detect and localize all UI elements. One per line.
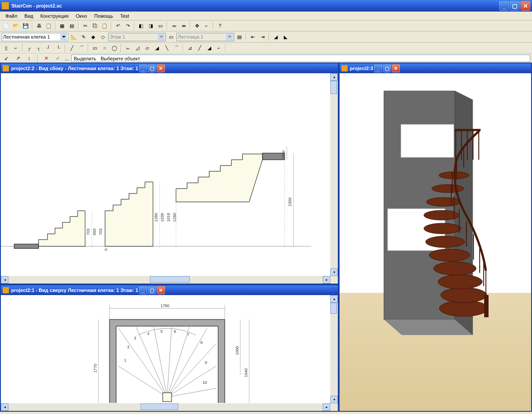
r3p-icon[interactable]: ⌐ [215, 43, 223, 52]
r2b-icon[interactable]: ✎ [79, 32, 88, 41]
scroll-down-icon[interactable]: ▾ [330, 396, 338, 403]
side-view-canvas[interactable]: 2350 22080 703 650 703 0 1280 1039 1018 … [1, 73, 338, 284]
r3a-icon[interactable]: ▯ [2, 43, 11, 52]
link-icon[interactable]: ⫘ [169, 21, 178, 30]
menu-view[interactable]: Вид [21, 12, 37, 20]
top-minimize-button[interactable]: _ [139, 286, 147, 294]
3d-minimize-button[interactable]: _ [374, 64, 382, 72]
side-hscrollbar[interactable]: ◂ ▸ [1, 276, 330, 284]
top-view-titlebar[interactable]: project2:1 - Вид сверху Лестничная клетк… [1, 285, 338, 295]
scroll-left-icon[interactable]: ◂ [1, 403, 8, 411]
r3b-icon[interactable]: ⌐ [12, 43, 20, 52]
t4-icon[interactable]: ◨ [146, 21, 155, 30]
3d-maximize-button[interactable]: ▢ [383, 64, 391, 72]
move-icon[interactable]: ✥ [192, 21, 201, 30]
t2-icon[interactable]: ▤ [67, 21, 76, 30]
r2g-icon[interactable]: ⇤ [248, 32, 257, 41]
menu-help[interactable]: Помощь [90, 12, 117, 20]
top-hscrollbar[interactable]: ◂ ▸ [1, 403, 330, 411]
side-vscrollbar[interactable]: ▴ ▾ [330, 73, 338, 276]
r3f-icon[interactable]: └ [54, 43, 63, 52]
circle-icon[interactable]: ○ [100, 43, 109, 52]
r2d-icon[interactable]: ◇ [98, 32, 107, 41]
floor-combo[interactable]: Этаж 1 [108, 33, 166, 41]
r3o-icon[interactable]: ◢ [205, 43, 214, 52]
main-minimize-button[interactable]: _ [499, 1, 509, 11]
arc-icon[interactable]: ⌒ [77, 43, 86, 52]
stairwell-combo[interactable]: Лестничная клетка 1 [2, 33, 68, 41]
r2h-icon[interactable]: ⇥ [258, 32, 267, 41]
r3e-icon[interactable]: ┘ [44, 43, 53, 52]
scroll-down-icon[interactable]: ▾ [330, 268, 338, 276]
r3d-icon[interactable]: ┐ [35, 43, 43, 52]
side-view-titlebar[interactable]: project2:2 - Вид сбоку - Лестничная клет… [1, 63, 338, 73]
r2f-icon[interactable]: ▤ [235, 32, 244, 41]
top-maximize-button[interactable]: ▢ [148, 286, 156, 294]
top-view-window: project2:1 - Вид сверху Лестничная клетк… [0, 284, 339, 412]
r3g-icon[interactable]: ⌙ [123, 43, 132, 52]
corner-icon[interactable]: ⌐ [202, 21, 211, 30]
menu-file[interactable]: Файл [2, 12, 21, 20]
top-close-button[interactable]: ✕ [157, 286, 165, 294]
copy-icon[interactable]: ⿻ [90, 21, 99, 30]
sa-icon[interactable]: ↙ [2, 54, 11, 63]
r3i-icon[interactable]: ▱ [143, 43, 152, 52]
side-maximize-button[interactable]: ▢ [148, 64, 156, 72]
svg-text:1780: 1780 [160, 304, 169, 308]
top-vscrollbar[interactable]: ▴ ▾ [330, 295, 338, 403]
r3l-icon[interactable]: ⌒ [172, 43, 181, 52]
rect-icon[interactable]: ▭ [90, 43, 99, 52]
main-close-button[interactable]: ✕ [520, 1, 530, 11]
scroll-left-icon[interactable]: ◂ [1, 276, 8, 284]
unlink-icon[interactable]: ⇹ [179, 21, 188, 30]
scroll-up-icon[interactable]: ▴ [330, 73, 338, 81]
3d-view-canvas[interactable] [340, 73, 531, 411]
sc-icon[interactable]: ⫶ [25, 54, 34, 63]
side-view-window: project2:2 - Вид сбоку - Лестничная клет… [0, 63, 339, 284]
t3-icon[interactable]: ◧ [137, 21, 145, 30]
r2c-icon[interactable]: ◆ [89, 32, 98, 41]
r2i-icon[interactable]: ◢ [271, 32, 280, 41]
t5-icon[interactable]: ▭ [156, 21, 165, 30]
scroll-right-icon[interactable]: ▸ [323, 276, 330, 284]
3d-view-titlebar[interactable]: project2:3 _ ▢ ✕ [340, 63, 531, 73]
circle2-icon[interactable]: ◯ [110, 43, 119, 52]
undo-icon[interactable]: ↶ [113, 21, 122, 30]
3d-close-button[interactable]: ✕ [392, 64, 400, 72]
scroll-up-icon[interactable]: ▴ [330, 295, 338, 303]
r3k-icon[interactable]: ╲ [162, 43, 171, 52]
menu-construction[interactable]: Конструкция [37, 12, 72, 20]
cut-icon[interactable]: ✂ [81, 21, 90, 30]
stair-combo[interactable]: Лестница 1 [176, 33, 234, 41]
menu-test[interactable]: Test [117, 12, 133, 20]
r3h-icon[interactable]: ◿ [133, 43, 142, 52]
r2a-icon[interactable]: 📐 [69, 32, 78, 41]
t1-icon[interactable]: ▦ [58, 21, 66, 30]
help-icon[interactable]: ? [215, 21, 224, 30]
main-titlebar: StairCon - project2.sc _ ▢ ✕ [0, 0, 532, 12]
status-input[interactable]: Выделить Выберите объект [71, 55, 530, 62]
cancel-icon[interactable]: ✕ [42, 54, 51, 63]
save-icon[interactable]: 💾 [21, 21, 30, 30]
r3j-icon[interactable]: ◢ [153, 43, 161, 52]
main-maximize-button[interactable]: ▢ [510, 1, 520, 11]
line-icon[interactable]: ╱ [67, 43, 76, 52]
r3m-icon[interactable]: ⊿ [185, 43, 194, 52]
r3n-icon[interactable]: ╱ [195, 43, 204, 52]
side-minimize-button[interactable]: _ [139, 64, 147, 72]
top-view-canvas[interactable]: 1 2 3 4 5 6 7 8 9 10 1780 1770 [1, 295, 338, 411]
print-preview-icon[interactable]: 📋 [44, 21, 53, 30]
paste-icon[interactable]: 📋 [100, 21, 109, 30]
sb-icon[interactable]: ↗ [13, 54, 22, 63]
open-icon[interactable]: 📂 [12, 21, 20, 30]
print-icon[interactable]: 🖶 [35, 21, 43, 30]
r3c-icon[interactable]: ┌ [25, 43, 34, 52]
menu-window[interactable]: Окно [72, 12, 91, 20]
ok-icon[interactable]: ✓ [53, 54, 62, 63]
r2e-icon[interactable]: ▭ [167, 32, 176, 41]
redo-icon[interactable]: ↷ [123, 21, 132, 30]
r2j-icon[interactable]: ◣ [281, 32, 290, 41]
new-icon[interactable]: 📄 [2, 21, 11, 30]
scroll-right-icon[interactable]: ▸ [323, 403, 330, 411]
side-close-button[interactable]: ✕ [157, 64, 165, 72]
